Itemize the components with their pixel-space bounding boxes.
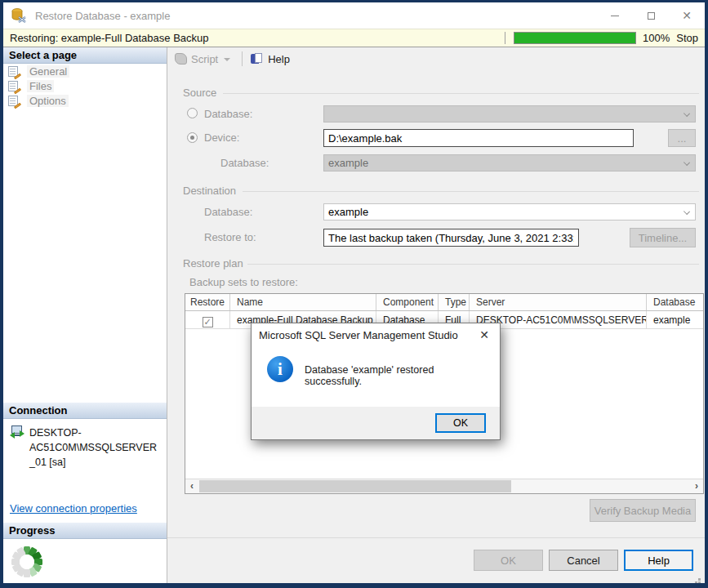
scroll-right-icon[interactable]: › (690, 479, 703, 493)
page-icon (8, 95, 21, 107)
window-controls: ✕ (597, 2, 705, 29)
message-box-content: i Database 'example' restored successful… (252, 346, 500, 387)
chevron-down-icon (684, 110, 690, 117)
restore-to-input[interactable] (323, 229, 579, 247)
restore-plan-group-line (247, 264, 699, 265)
source-device-radio[interactable] (187, 132, 198, 143)
restore-cell: ✓ (185, 311, 230, 328)
scrollbar-thumb[interactable] (199, 480, 511, 492)
page-icon (8, 65, 21, 78)
progress-spinner-wrap (3, 539, 167, 583)
window-body: Select a page General Files Options Conn… (3, 47, 705, 583)
source-group-label: Source (183, 87, 216, 99)
restore-status-bar: Restoring: example-Full Database Backup … (3, 29, 705, 47)
backup-sets-label: Backup sets to restore: (189, 276, 298, 288)
script-icon (175, 53, 187, 65)
sidebar-item-options[interactable]: Options (3, 93, 167, 108)
source-device-label: Device: (204, 131, 239, 144)
restore-plan-group-label: Restore plan (183, 257, 243, 270)
status-progress-area: 100% Stop (505, 32, 698, 44)
message-box-text: Database 'example' restored successfully… (305, 356, 492, 387)
title-bar: Restore Database - example ✕ (3, 2, 705, 29)
minimize-icon (611, 16, 619, 16)
source-database2-select[interactable]: example (323, 154, 696, 172)
footer-separator (167, 537, 705, 538)
close-icon: ✕ (682, 10, 692, 21)
sidebar-item-general[interactable]: General (3, 64, 167, 78)
source-database-select[interactable] (323, 105, 696, 122)
connection-entry: DESKTOP-AC51C0M\MSSQLSERVER_01 [sa] (3, 419, 167, 473)
column-header-type[interactable]: Type (439, 294, 470, 310)
maximize-icon (648, 12, 655, 20)
restore-to-label: Restore to: (204, 231, 256, 243)
view-connection-properties-link[interactable]: View connection properties (10, 502, 162, 514)
sidebar-item-label: General (27, 65, 69, 78)
verify-backup-media-button[interactable]: Verify Backup Media (590, 499, 696, 522)
sidebar-item-files[interactable]: Files (3, 78, 167, 93)
progress-percent: 100% (643, 32, 670, 44)
status-separator (505, 32, 505, 44)
sidebar-item-label: Options (27, 95, 69, 107)
grid-header-row: Restore Name Component Type Server Datab… (185, 294, 703, 311)
script-button[interactable]: Script (191, 53, 218, 65)
message-box-close-icon[interactable]: ✕ (476, 328, 492, 341)
destination-group-line (243, 191, 699, 192)
sidebar-item-label: Files (27, 80, 54, 92)
progress-bar (514, 32, 636, 44)
restore-checkbox[interactable]: ✓ (203, 317, 213, 327)
database-cell: example (647, 311, 703, 328)
sidebar-spacer (3, 108, 167, 403)
restore-database-icon (11, 8, 27, 23)
message-box-footer: OK (252, 407, 500, 439)
progress-header: Progress (3, 523, 167, 539)
source-database2-value: example (328, 157, 368, 169)
destination-database-value: example (328, 206, 368, 218)
progress-spinner-icon (10, 544, 44, 580)
chevron-down-icon (684, 208, 690, 215)
message-box-title: Microsoft SQL Server Management Studio (259, 329, 458, 341)
message-box-ok-button[interactable]: OK (435, 413, 486, 433)
toolbar-separator (242, 51, 243, 66)
sidebar: Select a page General Files Options Conn… (3, 47, 167, 583)
script-dropdown-icon[interactable] (224, 58, 230, 61)
connection-header: Connection (3, 403, 167, 419)
column-header-database[interactable]: Database (647, 294, 703, 310)
chevron-down-icon (684, 159, 690, 166)
window-title: Restore Database - example (35, 10, 170, 22)
browse-device-button[interactable]: ... (668, 129, 696, 147)
cancel-button[interactable]: Cancel (549, 550, 618, 571)
toolbar-help-button[interactable]: Help (268, 53, 290, 65)
column-header-component[interactable]: Component (376, 294, 439, 310)
column-header-server[interactable]: Server (470, 294, 647, 310)
help-book-icon (251, 53, 264, 65)
scroll-left-icon[interactable]: ‹ (185, 479, 198, 493)
help-button[interactable]: Help (624, 550, 693, 571)
resize-grip[interactable] (698, 578, 701, 581)
source-database-radio[interactable] (187, 108, 198, 118)
status-text: Restoring: example-Full Database Backup (10, 32, 209, 44)
stop-button[interactable]: Stop (676, 32, 698, 44)
column-header-restore[interactable]: Restore (185, 294, 230, 310)
device-path-input[interactable] (323, 129, 634, 147)
maximize-button[interactable] (633, 2, 669, 29)
ok-button[interactable]: OK (474, 550, 543, 571)
destination-group-label: Destination (183, 185, 236, 197)
close-button[interactable]: ✕ (669, 2, 705, 29)
source-database2-label: Database: (220, 157, 269, 169)
destination-database-label: Database: (204, 206, 252, 218)
source-group-line (223, 93, 699, 94)
column-header-name[interactable]: Name (230, 294, 376, 310)
timeline-button[interactable]: Timeline... (630, 228, 696, 247)
info-icon: i (267, 356, 293, 382)
minimize-button[interactable] (597, 2, 633, 29)
progress-fill (514, 33, 635, 43)
server-connection-icon (10, 425, 24, 439)
destination-database-select[interactable]: example (323, 203, 696, 220)
connection-name: DESKTOP-AC51C0M\MSSQLSERVER_01 [sa] (29, 425, 158, 470)
main-panel: Script Help Source Database: Device: ...… (167, 47, 705, 583)
page-icon (8, 80, 21, 92)
message-box: Microsoft SQL Server Management Studio ✕… (251, 323, 501, 440)
toolbar: Script Help (167, 47, 705, 70)
select-a-page-header: Select a page (3, 47, 167, 64)
horizontal-scrollbar[interactable]: ‹ › (185, 479, 703, 493)
